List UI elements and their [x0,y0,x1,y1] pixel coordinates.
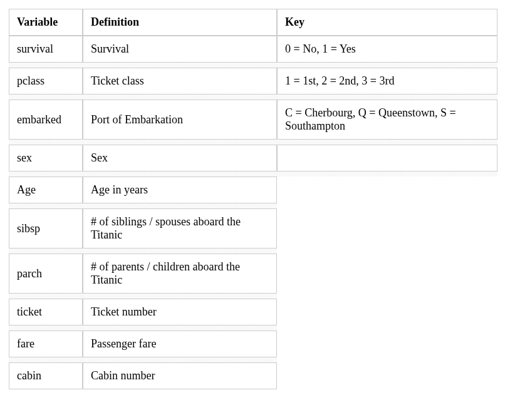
cell-variable: sex [9,145,83,172]
cell-definition: Sex [83,145,277,172]
table-row: parch# of parents / children aboard the … [9,254,497,294]
table-row: AgeAge in years [9,177,497,203]
spacer-row [9,203,497,208]
table-row: embarkedPort of EmbarkationC = Cherbourg… [9,100,497,140]
table-row: farePassenger fare [9,330,497,357]
spacer-row [9,63,497,68]
cell-variable: sibsp [9,208,83,248]
header-row: Variable Definition Key [9,9,497,36]
cell-definition: Age in years [83,177,277,203]
header-variable: Variable [9,9,83,36]
spacer-row [9,294,497,299]
cell-variable: Age [9,177,83,203]
spacer-row [9,325,497,330]
spacer-row [9,95,497,100]
cell-variable: ticket [9,299,83,325]
cell-key [277,145,497,172]
cell-definition: Ticket number [83,299,277,325]
cell-definition: Port of Embarkation [83,100,277,140]
data-dictionary-table: Variable Definition Key survivalSurvival… [9,9,497,389]
cell-variable: parch [9,254,83,294]
table-row: sibsp# of siblings / spouses aboard the … [9,208,497,248]
cell-key: C = Cherbourg, Q = Queenstown, S = South… [277,100,497,140]
cell-key: 1 = 1st, 2 = 2nd, 3 = 3rd [277,68,497,95]
cell-definition: Cabin number [83,362,277,389]
table-row: ticketTicket number [9,299,497,325]
cell-definition: # of parents / children aboard the Titan… [83,254,277,294]
cell-definition: Ticket class [83,68,277,95]
spacer-row [9,140,497,145]
cell-definition: # of siblings / spouses aboard the Titan… [83,208,277,248]
table-row: survivalSurvival0 = No, 1 = Yes [9,36,497,63]
cell-key: 0 = No, 1 = Yes [277,36,497,63]
cell-variable: survival [9,36,83,63]
spacer-row [9,172,497,177]
cell-variable: fare [9,330,83,357]
table-row: sexSex [9,145,497,172]
cell-variable: embarked [9,100,83,140]
spacer-row [9,357,497,362]
cell-variable: pclass [9,68,83,95]
spacer-row [9,248,497,254]
cell-definition: Passenger fare [83,330,277,357]
cell-definition: Survival [83,36,277,63]
header-key: Key [277,9,497,36]
table-row: pclassTicket class1 = 1st, 2 = 2nd, 3 = … [9,68,497,95]
table-row: cabinCabin number [9,362,497,389]
header-definition: Definition [83,9,277,36]
cell-variable: cabin [9,362,83,389]
